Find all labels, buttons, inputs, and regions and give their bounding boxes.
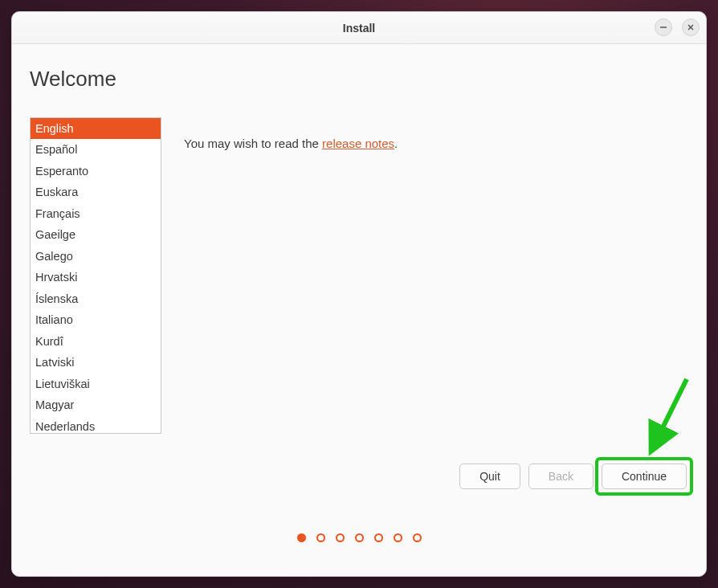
description-text: You may wish to read the release notes.	[184, 117, 398, 434]
progress-dot	[297, 533, 306, 542]
language-item[interactable]: Íslenska	[31, 288, 161, 309]
description-suffix: .	[394, 137, 398, 150]
window-controls	[655, 18, 700, 36]
minimize-button[interactable]	[655, 18, 672, 36]
release-notes-link[interactable]: release notes	[322, 137, 394, 150]
language-item[interactable]: Lietuviškai	[31, 374, 161, 394]
language-item[interactable]: Euskara	[31, 182, 161, 202]
language-item[interactable]: Latviski	[31, 352, 161, 373]
minimize-icon	[659, 23, 667, 31]
installer-window: Install Welcome EnglishEspañolEsperantoE…	[11, 11, 707, 577]
language-item[interactable]: Nederlands	[31, 416, 161, 434]
progress-dot	[413, 533, 422, 542]
progress-dot	[374, 533, 383, 542]
titlebar: Install	[12, 12, 706, 44]
page-title: Welcome	[30, 67, 688, 92]
language-item[interactable]: Italiano	[31, 309, 161, 330]
language-item[interactable]: Esperanto	[31, 161, 161, 182]
progress-dot	[316, 533, 325, 542]
language-item[interactable]: Gaeilge	[31, 224, 161, 245]
description-prefix: You may wish to read the	[184, 137, 322, 150]
window-title: Install	[343, 22, 375, 35]
content-area: Welcome EnglishEspañolEsperantoEuskaraFr…	[12, 44, 706, 576]
main-row: EnglishEspañolEsperantoEuskaraFrançaisGa…	[30, 117, 688, 434]
button-row: Quit Back Continue	[459, 463, 687, 489]
language-item[interactable]: Kurdî	[31, 331, 161, 352]
language-item[interactable]: Hrvatski	[31, 267, 161, 288]
language-list[interactable]: EnglishEspañolEsperantoEuskaraFrançaisGa…	[30, 117, 161, 434]
language-item[interactable]: English	[31, 118, 161, 139]
continue-button[interactable]: Continue	[602, 463, 687, 489]
close-button[interactable]	[682, 18, 700, 36]
back-button: Back	[528, 463, 594, 489]
quit-button[interactable]: Quit	[459, 463, 520, 489]
language-item[interactable]: Español	[31, 139, 161, 160]
progress-dots	[12, 533, 706, 542]
language-item[interactable]: Galego	[31, 246, 161, 267]
close-icon	[687, 23, 695, 31]
progress-dot	[394, 533, 402, 542]
language-item[interactable]: Magyar	[31, 394, 161, 415]
language-item[interactable]: Français	[31, 203, 161, 224]
progress-dot	[336, 533, 345, 542]
progress-dot	[355, 533, 364, 542]
